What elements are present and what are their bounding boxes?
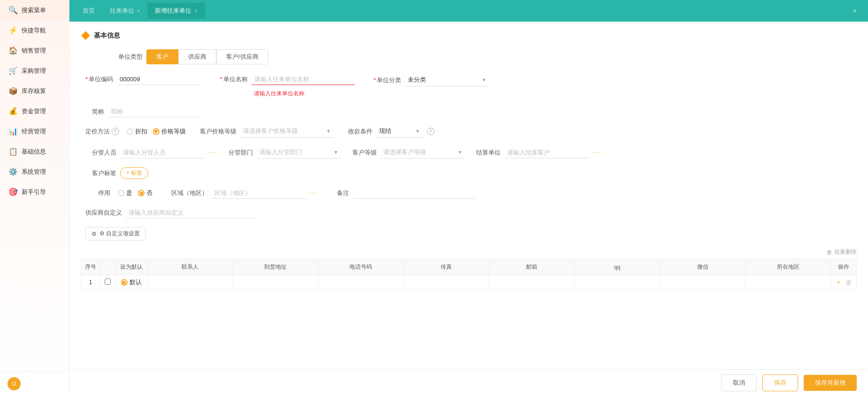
email-input[interactable]	[492, 279, 571, 286]
box-icon: 📦	[8, 86, 18, 95]
home-icon: 🏠	[8, 46, 18, 55]
col-contact: 联系人	[147, 259, 233, 275]
disabled-radio-yes[interactable]: 是	[118, 189, 132, 197]
payment-help-icon[interactable]: ?	[427, 128, 434, 135]
sidebar-item-operations[interactable]: 📊 经营管理	[0, 121, 69, 141]
avatar: U	[8, 377, 21, 390]
supplier-custom-input[interactable]	[126, 207, 257, 218]
main-area: 首页 往来单位 × 新增往来单位 × × 🔶 基本信息 单位类型 客户 供应商 …	[69, 0, 868, 396]
region-label: 区域（地区）	[171, 189, 208, 197]
tab-add-partner[interactable]: 新增往来单位 ×	[147, 3, 205, 19]
row-checkbox-input[interactable]	[105, 279, 111, 285]
unit-type-label: 单位类型	[118, 53, 143, 61]
settlement-unit-input[interactable]	[504, 147, 589, 158]
gear-icon: ⚙️	[8, 167, 18, 176]
sidebar-item-quick-nav[interactable]: ⚡ 快捷导航	[0, 20, 69, 40]
cancel-button[interactable]: 取消	[721, 374, 757, 391]
sidebar-item-inventory[interactable]: 📦 库存核算	[0, 81, 69, 101]
unit-category-select[interactable]: 未分类 ▼	[405, 74, 489, 86]
row-fax[interactable]	[404, 275, 489, 290]
chevron-down-icon: ▼	[415, 128, 420, 134]
money-icon: 💰	[8, 107, 18, 116]
sidebar-item-label: 快捷导航	[22, 26, 46, 35]
sidebar-item-search[interactable]: 🔍 搜索菜单	[0, 0, 69, 20]
add-row-icon[interactable]: ＋	[835, 278, 842, 287]
supplier-custom-label: 供应商自定义	[85, 209, 122, 217]
batch-delete-icon: 🗑	[827, 249, 832, 256]
target-icon: 🎯	[8, 187, 18, 196]
unit-code-label: *单位编码	[85, 75, 113, 84]
tab-partner-list[interactable]: 往来单位 ×	[102, 3, 147, 19]
unit-btn-supplier[interactable]: 供应商	[178, 49, 216, 64]
settlement-more-icon[interactable]: ···	[593, 148, 602, 157]
sidebar-item-sales[interactable]: 🏠 销售管理	[0, 40, 69, 61]
sidebar-item-label: 销售管理	[22, 47, 46, 55]
pricing-radio-discount[interactable]: 折扣	[127, 127, 147, 136]
phone-input[interactable]	[321, 279, 401, 286]
row-region-input[interactable]	[748, 279, 828, 286]
region-more-icon[interactable]: ···	[309, 189, 318, 197]
delete-row-icon[interactable]: 🗑	[845, 279, 852, 286]
department-select[interactable]: 请输入分管部门 ▼	[257, 146, 341, 159]
chevron-down-icon: ▼	[333, 149, 338, 155]
section-header: 🔶 基本信息	[81, 31, 857, 40]
unit-name-input[interactable]	[251, 74, 355, 85]
unit-btn-both[interactable]: 客户/供应商	[216, 49, 268, 64]
manager-input[interactable]	[120, 147, 205, 158]
unit-name-error: 请输入往来单位名称	[254, 90, 305, 98]
fax-input[interactable]	[407, 279, 486, 286]
section-icon: 🔶	[81, 31, 90, 40]
unit-btn-customer[interactable]: 客户	[146, 49, 178, 64]
row-default[interactable]: 默认	[115, 275, 147, 290]
tab-add-partner-close[interactable]: ×	[194, 8, 197, 14]
row-phone[interactable]	[318, 275, 404, 290]
sidebar-item-system[interactable]: ⚙️ 系统管理	[0, 162, 69, 182]
pricing-help-icon[interactable]: ?	[112, 128, 119, 135]
unit-type-buttons: 客户 供应商 客户/供应商	[146, 49, 268, 64]
disabled-label: 停用	[98, 189, 110, 197]
unit-code-input[interactable]	[117, 74, 201, 85]
row-region[interactable]	[746, 275, 831, 290]
row-email[interactable]	[489, 275, 574, 290]
short-name-input[interactable]	[108, 106, 202, 117]
remarks-input[interactable]	[353, 187, 475, 199]
wechat-input[interactable]	[663, 279, 742, 286]
contact-input[interactable]	[150, 279, 229, 286]
default-radio[interactable]: 默认	[118, 278, 144, 287]
sidebar-item-purchase[interactable]: 🛒 采购管理	[0, 61, 69, 81]
payment-terms-select[interactable]: 现结 ▼	[376, 125, 423, 138]
add-tag-button[interactable]: + 标签	[120, 167, 148, 179]
search-icon: 🔍	[8, 6, 18, 15]
sidebar-item-label: 资金管理	[22, 107, 46, 116]
sidebar-item-basic-info[interactable]: 📋 基础信息	[0, 141, 69, 162]
unit-category-group: *单位分类 未分类 ▼	[373, 74, 489, 86]
address-input[interactable]	[236, 279, 315, 286]
row-contact[interactable]	[147, 275, 233, 290]
disabled-radio-no[interactable]: 否	[138, 189, 152, 197]
sidebar-item-label: 基础信息	[22, 148, 46, 156]
tab-home[interactable]: 首页	[75, 3, 102, 19]
manager-more-icon[interactable]: ···	[208, 148, 217, 157]
radio-yes-icon	[118, 190, 124, 196]
save-and-new-button[interactable]: 保存并新增	[804, 375, 857, 391]
gear-settings-icon: ⚙	[91, 231, 97, 237]
save-button[interactable]: 保存	[762, 374, 798, 391]
close-all-tabs[interactable]: ×	[847, 7, 862, 15]
row-address[interactable]	[233, 275, 318, 290]
row-qq[interactable]	[574, 275, 660, 290]
row-wechat[interactable]	[660, 275, 746, 290]
tab-partner-close[interactable]: ×	[137, 8, 140, 14]
customer-price-level-select[interactable]: 请选择客户价格等级 ▼	[240, 125, 334, 138]
batch-delete-button[interactable]: 🗑 批量删除	[827, 248, 857, 256]
pricing-radio-level[interactable]: 价格等级	[153, 127, 186, 136]
custom-settings-button[interactable]: ⚙ ⚙ 自定义项设置	[85, 227, 146, 241]
sidebar-item-finance[interactable]: 💰 资金管理	[0, 101, 69, 121]
customer-level-label: 客户等级	[352, 148, 377, 157]
code-name-row: *单位编码 *单位名称 请输入往来单位名称 *单位分类	[85, 74, 857, 98]
sidebar-item-guide[interactable]: 🎯 新手引导	[0, 182, 69, 202]
row-checkbox[interactable]	[100, 275, 115, 290]
sidebar-item-label: 采购管理	[22, 67, 46, 75]
qq-input[interactable]	[578, 279, 657, 286]
customer-level-select[interactable]: 请选择客户等级 ▼	[381, 146, 465, 159]
region-input[interactable]	[212, 187, 305, 199]
